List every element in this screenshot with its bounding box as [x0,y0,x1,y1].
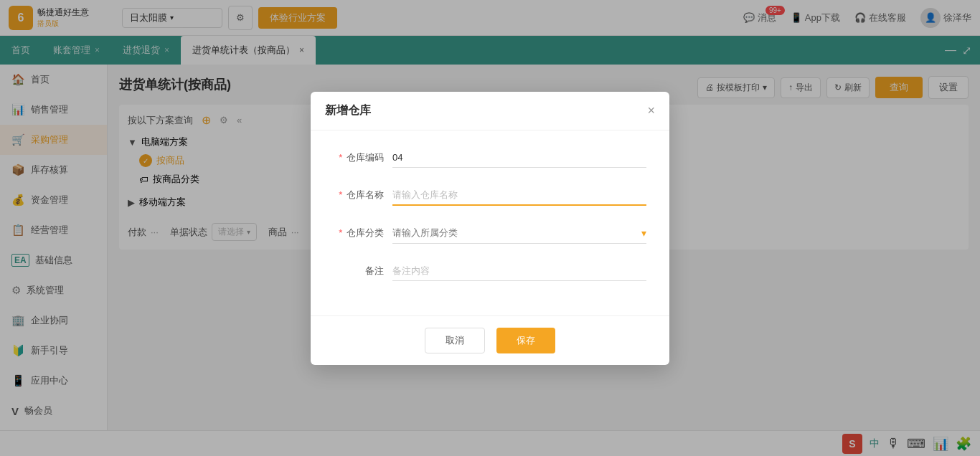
dialog-overlay[interactable]: 新增仓库 × * 仓库编码 * 仓库名称 * [0,0,980,456]
warehouse-note-row: 备注 [334,261,646,281]
warehouse-category-select[interactable]: ▾ [392,223,646,244]
dialog-title: 新增仓库 [325,103,371,118]
cancel-button[interactable]: 取消 [425,328,485,353]
category-input[interactable] [392,227,641,238]
warehouse-name-row: * 仓库名称 [334,185,646,206]
warehouse-name-input[interactable] [392,185,646,206]
note-label: 备注 [334,265,384,277]
new-warehouse-dialog: 新增仓库 × * 仓库编码 * 仓库名称 * [311,92,669,365]
warehouse-category-row: * 仓库分类 ▾ [334,223,646,244]
name-label: * 仓库名称 [334,189,384,201]
warehouse-code-input[interactable] [392,148,646,168]
warehouse-note-input[interactable] [392,261,646,281]
dialog-footer: 取消 保存 [311,315,669,365]
category-dropdown-icon: ▾ [641,227,646,239]
dialog-close-button[interactable]: × [647,103,655,118]
category-label: * 仓库分类 [334,227,384,239]
code-label: * 仓库编码 [334,151,384,164]
warehouse-code-row: * 仓库编码 [334,148,646,168]
dialog-header: 新增仓库 × [311,92,669,130]
dialog-body: * 仓库编码 * 仓库名称 * 仓库分类 ▾ [311,130,669,315]
save-button[interactable]: 保存 [496,328,555,353]
